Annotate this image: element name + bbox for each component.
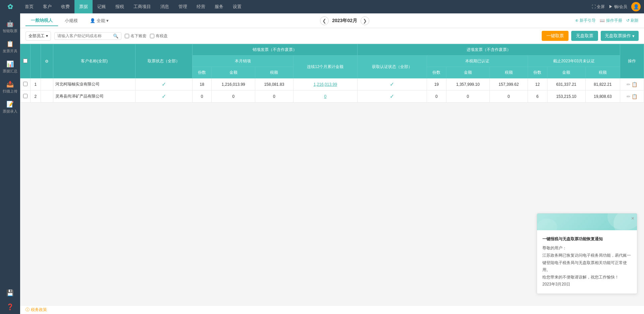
sidebar-item-invoice-open[interactable]: 📋 发票开具 bbox=[0, 37, 20, 57]
th-benrenzheng: 本税期已认证 bbox=[427, 56, 528, 67]
wupan-more-btn[interactable]: 无盘取票操作 ▾ bbox=[601, 31, 639, 41]
search-input[interactable] bbox=[57, 34, 113, 38]
new-guide-btn[interactable]: ⊕ 新手引导 bbox=[575, 18, 596, 23]
all-tab-icon: 👤 bbox=[90, 18, 95, 23]
row-g2-huoqu-1: ✓ bbox=[357, 90, 427, 103]
row-g2-wei-shui-0: 81,822.21 bbox=[585, 78, 620, 90]
lian-jing-link-0[interactable]: 1,216,013.99 bbox=[314, 82, 337, 87]
table-row: 1 河北柯瑞柚实业有限公司 ✓ 18 1,216,013.99 158,081.… bbox=[20, 78, 644, 90]
row-g1-lian-1: 0 bbox=[293, 90, 357, 103]
wupan-more-arrow: ▾ bbox=[632, 34, 635, 39]
sidebar-item-summary[interactable]: 📊 票据汇总 bbox=[0, 57, 20, 77]
row-settings-1 bbox=[41, 90, 53, 103]
bottom-bar-label[interactable]: 税务政策 bbox=[31, 307, 47, 313]
logo-icon: ✿ bbox=[3, 0, 17, 13]
th-huoqu: 获取认证状态（全部） bbox=[357, 56, 427, 78]
notif-body: 一键报税与无盘取票功能恢复通知 尊敬的用户： 江苏政务网已恢复访问电子税务局功能… bbox=[537, 230, 637, 294]
toolbar-right: 一键取票 无盘取票 无盘取票操作 ▾ bbox=[542, 31, 639, 41]
th-g1-fen: 份数 bbox=[192, 67, 212, 78]
edit-icon-0[interactable]: ✏ bbox=[627, 82, 631, 87]
sidebar-item-entry[interactable]: 📝 票据录入 bbox=[0, 97, 20, 117]
nav-tickets[interactable]: 票据 bbox=[74, 0, 93, 13]
download-icon: 💾 bbox=[6, 289, 14, 297]
notif-close-btn[interactable]: × bbox=[631, 215, 634, 222]
huoqu-check-icon-0: ✓ bbox=[390, 81, 394, 87]
row-idx-0: 1 bbox=[31, 78, 41, 90]
svg-point-1 bbox=[537, 218, 557, 230]
manual-btn[interactable]: 📖 操作手册 bbox=[600, 18, 622, 23]
member-btn[interactable]: ▶ 畅/会员 bbox=[609, 4, 627, 10]
notif-greeting: 尊敬的用户： bbox=[542, 245, 632, 252]
row-g1-fen-0: 18 bbox=[192, 78, 212, 90]
sidebar-label-scan: 扫描上传 bbox=[3, 89, 17, 94]
copy-icon-0[interactable]: 📋 bbox=[632, 82, 637, 87]
sidebar-label-entry: 票据录入 bbox=[3, 109, 17, 114]
prev-month-btn[interactable]: ❮ bbox=[320, 16, 329, 25]
th-g2-wei-jin: 金额 bbox=[547, 67, 585, 78]
employee-filter[interactable]: 全部员工 ▾ bbox=[25, 32, 51, 41]
nav-tax[interactable]: 报税 bbox=[111, 0, 129, 13]
th-check bbox=[20, 44, 31, 78]
checkbox-accounts-input[interactable] bbox=[125, 34, 129, 38]
entry-icon: 📝 bbox=[6, 101, 14, 108]
nav-operation[interactable]: 经营 bbox=[192, 0, 210, 13]
nav-settings[interactable]: 设置 bbox=[228, 0, 246, 13]
row-check-1[interactable] bbox=[20, 90, 31, 103]
checkbox-taxpanel[interactable]: 有税盘 bbox=[150, 33, 168, 39]
nav-business[interactable]: 工商项目 bbox=[129, 0, 156, 13]
nav-right: ⛶ 全屏 ▶ 畅/会员 👤 bbox=[592, 2, 641, 11]
edit-icon-1[interactable]: ✏ bbox=[627, 94, 631, 99]
nav-message[interactable]: 消息 bbox=[156, 0, 174, 13]
avatar[interactable]: 👤 bbox=[631, 2, 641, 11]
all-tab-label: 全能 bbox=[97, 18, 105, 23]
notif-decoration bbox=[537, 213, 637, 230]
row-g2-ben-fen-0: 19 bbox=[427, 78, 446, 90]
nav-fees[interactable]: 收费 bbox=[56, 0, 74, 13]
checkbox-accounts[interactable]: 名下账套 bbox=[125, 33, 147, 39]
nav-home[interactable]: 首页 bbox=[20, 0, 38, 13]
sidebar-item-help[interactable]: ❓ bbox=[0, 300, 20, 314]
nav-accounting[interactable]: 记账 bbox=[93, 0, 111, 13]
sidebar-item-scan[interactable]: 📤 扫描上传 bbox=[0, 77, 20, 97]
notif-date: 2023年3月20日 bbox=[542, 281, 632, 288]
tab-all[interactable]: 👤 全能 ▾ bbox=[85, 16, 114, 26]
notification-popup: × 一键报税与无盘取票功能恢复通知 尊敬的用户： 江苏政务网已恢复访问电子税务局… bbox=[537, 213, 637, 294]
nav-service[interactable]: 服务 bbox=[210, 0, 228, 13]
sidebar: 🤖 智能取票 📋 发票开具 📊 票据汇总 📤 扫描上传 📝 票据录入 💾 ❓ bbox=[0, 13, 20, 314]
th-zhizhi: 截止2023年03月未认证 bbox=[528, 56, 620, 67]
next-month-btn[interactable]: ❯ bbox=[361, 16, 369, 25]
row-g2-ben-shui-1: 0 bbox=[490, 90, 528, 103]
invoice-open-icon: 📋 bbox=[6, 40, 14, 48]
tab-small-scale[interactable]: 小规模 bbox=[59, 16, 83, 26]
nav-customer[interactable]: 客户 bbox=[38, 0, 56, 13]
copy-icon-1[interactable]: 📋 bbox=[632, 94, 637, 99]
search-wrap: 🔍 bbox=[54, 32, 121, 40]
sidebar-label-summary: 票据汇总 bbox=[3, 69, 17, 74]
row-g2-ben-jin-0: 1,357,999.10 bbox=[446, 78, 490, 90]
row-g1-jin-1: 0 bbox=[212, 90, 255, 103]
table-body: 1 河北柯瑞柚实业有限公司 ✓ 18 1,216,013.99 158,081.… bbox=[20, 78, 644, 103]
toolbar: 全部员工 ▾ 🔍 名下账套 有税盘 一键取票 无盘取票 无盘取票操作 ▾ bbox=[20, 28, 644, 44]
th-g2-ben-shui: 税额 bbox=[490, 67, 528, 78]
wupan-qupiao-btn[interactable]: 无盘取票 bbox=[571, 31, 598, 41]
help-icon: ❓ bbox=[6, 303, 14, 311]
sidebar-item-smart-ticket[interactable]: 🤖 智能取票 bbox=[0, 17, 20, 37]
th-status: 取票状态（全部） bbox=[135, 44, 192, 78]
main-table: ⚙ 客户名称(全部) 取票状态（全部） 销项发票（不含作废票） 进项发票（不含作… bbox=[20, 44, 644, 103]
row-check-0[interactable] bbox=[20, 78, 31, 90]
table-row: 2 灵寿县尚泽矿产品有限公司 ✓ 0 0 0 0 ✓ 0 0 0 6 153,2… bbox=[20, 90, 644, 103]
tab-general-taxpayer[interactable]: 一般纳税人 bbox=[25, 15, 58, 26]
checkbox-accounts-label: 名下账套 bbox=[130, 33, 147, 39]
row-g2-huoqu-0: ✓ bbox=[357, 78, 427, 90]
yijian-qupiao-btn[interactable]: 一键取票 bbox=[542, 31, 569, 41]
fullscreen-btn[interactable]: ⛶ 全屏 bbox=[592, 4, 605, 10]
status-check-icon-0: ✓ bbox=[162, 81, 166, 87]
nav-manage[interactable]: 管理 bbox=[174, 0, 192, 13]
select-all-checkbox[interactable] bbox=[23, 59, 28, 63]
row-g2-wei-fen-0: 12 bbox=[528, 78, 547, 90]
checkbox-taxpanel-input[interactable] bbox=[150, 34, 154, 38]
sidebar-item-download[interactable]: 💾 bbox=[0, 286, 20, 300]
refresh-btn[interactable]: ↺ 刷新 bbox=[626, 18, 639, 23]
lian-jing-link-1[interactable]: 0 bbox=[324, 94, 326, 99]
employee-filter-arrow: ▾ bbox=[46, 34, 48, 38]
